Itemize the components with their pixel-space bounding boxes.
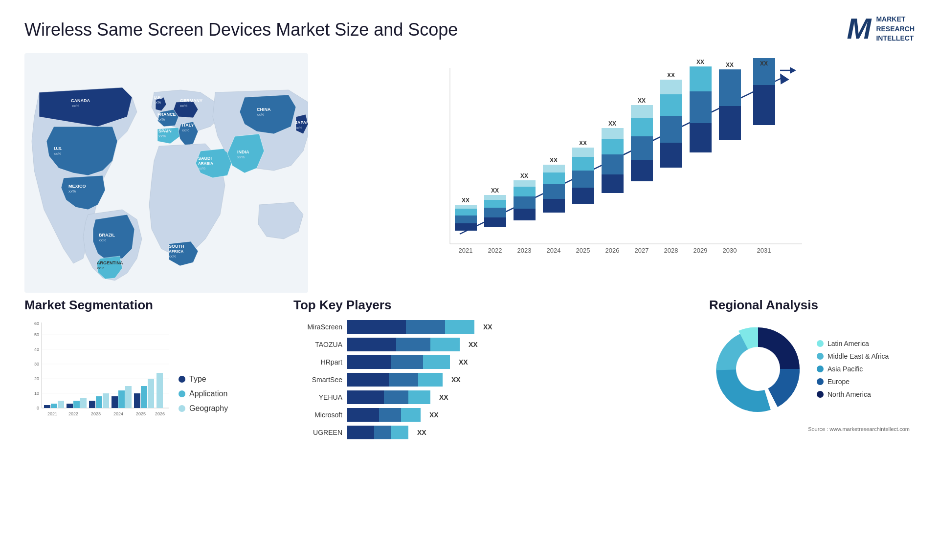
reg-legend-mea: Middle East & Africa — [817, 352, 889, 360]
svg-rect-53 — [514, 187, 536, 196]
svg-text:2030: 2030 — [723, 247, 737, 254]
svg-rect-132 — [148, 379, 154, 408]
svg-text:xx%: xx% — [169, 254, 176, 258]
player-row-microsoft: Microsoft XX — [293, 408, 694, 422]
player-value-4: XX — [439, 393, 448, 401]
svg-text:XX: XX — [760, 60, 768, 67]
svg-text:xx%: xx% — [295, 126, 302, 130]
svg-text:2027: 2027 — [635, 247, 649, 254]
reg-dot-europe — [817, 378, 824, 385]
svg-text:XX: XX — [608, 120, 616, 127]
donut-chart — [709, 320, 807, 418]
svg-rect-46 — [484, 208, 506, 217]
svg-rect-57 — [543, 199, 565, 213]
svg-text:2028: 2028 — [664, 247, 678, 254]
svg-rect-59 — [543, 172, 565, 184]
page-title: Wireless Same Screen Devices Market Size… — [24, 20, 458, 40]
svg-rect-48 — [484, 195, 506, 200]
legend-label-geography: Geography — [189, 404, 228, 413]
svg-text:2024: 2024 — [547, 247, 561, 254]
svg-text:2025: 2025 — [576, 247, 590, 254]
player-value-5: XX — [429, 411, 439, 419]
svg-rect-83 — [660, 94, 682, 116]
svg-text:xx%: xx% — [97, 266, 104, 270]
svg-rect-87 — [690, 123, 712, 152]
svg-text:xx%: xx% — [154, 100, 161, 105]
svg-rect-128 — [125, 386, 132, 408]
player-value-1: XX — [469, 341, 478, 348]
bar-chart-svg: 2021 XX 2022 XX 2023 XX — [328, 58, 905, 283]
svg-rect-115 — [51, 404, 57, 408]
svg-text:XX: XX — [667, 72, 675, 79]
svg-text:JAPAN: JAPAN — [295, 120, 308, 125]
world-map-section: CANADA xx% U.S. xx% MEXICO xx% BRAZIL xx… — [24, 53, 308, 293]
svg-text:CHINA: CHINA — [257, 107, 271, 112]
source-text: Source : www.marketresearchintellect.com — [808, 426, 910, 432]
svg-rect-58 — [543, 184, 565, 199]
reg-legend-europe: Europe — [817, 378, 889, 386]
reg-dot-latin — [817, 340, 824, 347]
svg-rect-123 — [96, 396, 102, 408]
svg-text:ARGENTINA: ARGENTINA — [97, 260, 123, 265]
svg-rect-78 — [631, 105, 653, 118]
svg-text:xx%: xx% — [72, 104, 79, 108]
svg-rect-51 — [514, 209, 536, 220]
player-name-6: UGREEN — [293, 429, 342, 436]
svg-text:XX: XX — [638, 97, 646, 104]
svg-text:BRAZIL: BRAZIL — [99, 233, 115, 237]
regional-section: Regional Analysis — [709, 298, 915, 434]
player-name-1: TAOZUA — [293, 341, 342, 348]
regional-legend: Latin America Middle East & Africa Asia … — [817, 340, 889, 398]
svg-rect-119 — [73, 401, 80, 408]
legend-dot-geography — [179, 405, 185, 412]
svg-text:50: 50 — [34, 332, 39, 337]
svg-text:FRANCE: FRANCE — [157, 112, 176, 117]
svg-text:ITALY: ITALY — [182, 123, 194, 128]
logo-m: M — [847, 16, 871, 42]
segmentation-title: Market Segmentation — [24, 298, 279, 313]
player-row-mirasceen: MiraScreen XX — [293, 320, 694, 334]
svg-rect-120 — [80, 398, 87, 408]
svg-text:2029: 2029 — [693, 247, 708, 254]
svg-text:XX: XX — [520, 172, 528, 179]
svg-text:xx%: xx% — [68, 189, 76, 194]
svg-text:2021: 2021 — [459, 247, 473, 254]
svg-text:2021: 2021 — [47, 411, 57, 416]
world-map-svg: CANADA xx% U.S. xx% MEXICO xx% BRAZIL xx… — [24, 53, 308, 293]
svg-text:20: 20 — [34, 376, 39, 381]
svg-text:2023: 2023 — [91, 411, 101, 416]
svg-text:U.K.: U.K. — [154, 95, 162, 100]
svg-rect-63 — [572, 188, 594, 204]
svg-rect-114 — [44, 405, 50, 408]
segmentation-legend: Type Application Geography — [179, 375, 228, 428]
svg-text:INDIA: INDIA — [237, 150, 249, 154]
svg-text:XX: XX — [696, 59, 704, 65]
reg-dot-mea — [817, 353, 824, 360]
svg-rect-124 — [103, 393, 109, 408]
svg-rect-88 — [690, 91, 712, 123]
svg-rect-96 — [753, 85, 775, 125]
reg-label-na: North America — [827, 390, 871, 398]
svg-text:xx%: xx% — [157, 117, 165, 122]
svg-rect-126 — [112, 396, 118, 408]
svg-text:XX: XX — [579, 140, 587, 147]
svg-rect-130 — [134, 393, 140, 408]
page-container: Wireless Same Screen Devices Market Size… — [0, 0, 939, 560]
svg-text:U.S.: U.S. — [54, 146, 63, 151]
svg-rect-71 — [602, 139, 624, 154]
reg-label-asia: Asia Pacific — [827, 365, 863, 373]
player-value-0: XX — [483, 323, 492, 331]
logo-container: M MARKET RESEARCH INTELLECT — [847, 15, 915, 43]
svg-rect-70 — [602, 154, 624, 174]
svg-rect-76 — [631, 136, 653, 160]
svg-text:XX: XX — [550, 157, 558, 164]
svg-text:MEXICO: MEXICO — [68, 184, 86, 189]
svg-text:2026: 2026 — [605, 247, 620, 254]
svg-text:SOUTH: SOUTH — [169, 244, 184, 249]
svg-text:SPAIN: SPAIN — [158, 129, 172, 133]
legend-label-application: Application — [189, 389, 227, 398]
player-name-5: Microsoft — [293, 411, 342, 419]
svg-text:2025: 2025 — [136, 411, 146, 416]
legend-application: Application — [179, 389, 228, 398]
svg-rect-39 — [455, 223, 477, 231]
